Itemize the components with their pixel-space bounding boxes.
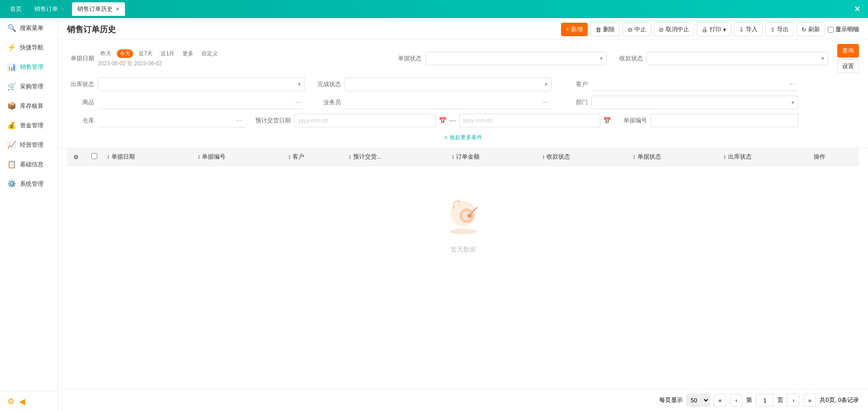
export-icon: ⇧ bbox=[770, 26, 775, 33]
th-amount[interactable]: ↕ 订单金额 bbox=[448, 148, 538, 166]
page-label-pre: 第 bbox=[746, 396, 752, 404]
th-operation: 操作 bbox=[810, 148, 859, 166]
date-filter: 昨天 今天 近7天 近1月 更多 自定义 2023-06-02 至 2023-0… bbox=[98, 49, 385, 68]
stop-button[interactable]: ⊘ 中止 bbox=[623, 23, 651, 36]
new-button[interactable]: + 新增 bbox=[561, 23, 588, 36]
salesperson-more-icon[interactable]: ··· bbox=[540, 98, 550, 106]
select-all-checkbox[interactable] bbox=[91, 153, 97, 159]
sidebar-item-operations[interactable]: 📈 经营管理 bbox=[0, 135, 58, 155]
per-page-label: 每页显示 bbox=[659, 396, 683, 404]
date-tab-more[interactable]: 更多 bbox=[180, 49, 196, 58]
goods-more-icon[interactable]: ··· bbox=[293, 98, 303, 106]
page-number-input[interactable] bbox=[756, 394, 774, 406]
sidebar-collapse-icon[interactable]: ◀ bbox=[19, 396, 25, 406]
inventory-icon: 📦 bbox=[7, 102, 16, 110]
salesperson-dropdown[interactable]: ··· bbox=[345, 96, 551, 109]
query-button[interactable]: 查询 bbox=[837, 44, 859, 58]
tab-sales-order-history[interactable]: 销售订单历史 ✕ bbox=[72, 2, 125, 16]
filter-row-2: 出库状态 ▾ 完成状态 ▾ 客户 bbox=[67, 77, 859, 91]
sidebar-item-quick-nav[interactable]: ⚡ 快捷导航 bbox=[0, 38, 58, 57]
date-tab-custom[interactable]: 自定义 bbox=[199, 49, 221, 58]
date-tab-1month[interactable]: 近1月 bbox=[158, 49, 177, 58]
customer-more-icon[interactable]: ··· bbox=[787, 80, 796, 88]
main-layout: 🔍 搜索菜单 ⚡ 快捷导航 📊 销售管理 🛒 采购管理 📦 库存核算 💰 资金管… bbox=[0, 18, 868, 411]
basic-info-icon: 📋 bbox=[7, 160, 16, 169]
sidebar-item-search-menu[interactable]: 🔍 搜索菜单 bbox=[0, 18, 58, 38]
calendar-start-icon[interactable]: 📅 bbox=[439, 117, 446, 124]
tab-sales-order[interactable]: 销售订单 ✕ bbox=[29, 2, 70, 16]
th-customer[interactable]: ↕ 客户 bbox=[284, 148, 345, 166]
refresh-button[interactable]: ↻ 刷新 bbox=[796, 23, 825, 36]
sidebar-settings-icon[interactable]: ⚙ bbox=[7, 396, 14, 406]
warehouse-field: 仓库 ··· bbox=[67, 114, 245, 127]
department-label: 部门 bbox=[561, 98, 588, 106]
expected-delivery-range: yyyy-mm-dd 📅 — yyyy-mm-dd 📅 bbox=[294, 114, 611, 127]
customer-dropdown[interactable]: ··· bbox=[591, 77, 798, 91]
empty-state: 暂无数据 bbox=[67, 166, 859, 281]
sidebar-item-purchase-mgmt[interactable]: 🛒 采购管理 bbox=[0, 77, 58, 96]
delivery-status-dropdown[interactable]: ▾ bbox=[98, 77, 305, 91]
print-button[interactable]: 🖨 打印 ▾ bbox=[697, 23, 731, 36]
last-page-button[interactable]: » bbox=[803, 394, 816, 406]
th-payment-status[interactable]: ↕ 收款状态 bbox=[538, 148, 629, 166]
display-detail-group: 显示明细 bbox=[828, 25, 859, 34]
sales-mgmt-icon: 📊 bbox=[7, 63, 16, 71]
warehouse-dropdown[interactable]: ··· bbox=[98, 114, 245, 127]
date-tab-yesterday[interactable]: 昨天 bbox=[98, 49, 114, 58]
calendar-end-icon[interactable]: 📅 bbox=[603, 117, 611, 124]
cancel-stop-button[interactable]: ⊘ 取消中止 bbox=[654, 23, 694, 36]
th-delivery-status[interactable]: ↕ 出库状态 bbox=[719, 148, 810, 166]
order-status-dropdown[interactable]: ▾ bbox=[425, 52, 607, 65]
finance-icon: 💰 bbox=[7, 121, 16, 130]
th-checkbox[interactable] bbox=[85, 148, 103, 166]
warehouse-more-icon[interactable]: ··· bbox=[234, 116, 243, 125]
payment-status-dropdown[interactable]: ▾ bbox=[647, 52, 828, 65]
complete-status-label: 完成状态 bbox=[314, 80, 341, 88]
complete-status-dropdown[interactable]: ▾ bbox=[345, 77, 551, 91]
department-field: 部门 ▾ bbox=[561, 96, 798, 109]
payment-status-label: 收款状态 bbox=[616, 54, 643, 63]
window-close-button[interactable]: ✕ bbox=[851, 4, 863, 14]
sidebar-item-finance[interactable]: 💰 资金管理 bbox=[0, 116, 58, 135]
close-sales-order-tab-icon[interactable]: ✕ bbox=[61, 6, 65, 12]
per-page-select[interactable]: 10 20 50 100 bbox=[686, 394, 710, 406]
tab-home[interactable]: 首页 bbox=[5, 2, 27, 16]
quick-nav-icon: ⚡ bbox=[7, 43, 16, 52]
sidebar-item-inventory[interactable]: 📦 库存核算 bbox=[0, 96, 58, 116]
filter-area: 单据日期 昨天 今天 近7天 近1月 更多 自定义 2023-06-02 至 2… bbox=[58, 39, 868, 148]
prev-page-button[interactable]: ‹ bbox=[730, 394, 743, 406]
date-tab-today[interactable]: 今天 bbox=[117, 49, 133, 58]
expected-delivery-end-input[interactable]: yyyy-mm-dd bbox=[459, 114, 601, 127]
import-button[interactable]: ⇩ 导入 bbox=[734, 23, 762, 36]
display-detail-checkbox[interactable] bbox=[828, 27, 834, 33]
payment-status-dropdown-arrow-icon: ▾ bbox=[821, 55, 824, 62]
next-page-button[interactable]: › bbox=[787, 394, 800, 406]
th-expected-delivery[interactable]: ↕ 预计交货... bbox=[345, 148, 448, 166]
th-number[interactable]: ↕ 单据编号 bbox=[194, 148, 284, 166]
order-number-input[interactable] bbox=[651, 114, 798, 127]
sidebar-item-sales-mgmt[interactable]: 📊 销售管理 bbox=[0, 57, 58, 77]
th-settings[interactable]: ⚙ bbox=[67, 148, 85, 166]
delete-button[interactable]: 🗑 🗑 删除 删除 bbox=[590, 23, 620, 36]
department-dropdown[interactable]: ▾ bbox=[591, 96, 798, 109]
close-history-tab-icon[interactable]: ✕ bbox=[115, 6, 120, 12]
sidebar-item-basic-info[interactable]: 📋 基础信息 bbox=[0, 155, 58, 174]
th-order-status[interactable]: ↕ 单据状态 bbox=[629, 148, 719, 166]
goods-dropdown[interactable]: ··· bbox=[98, 96, 305, 109]
pagination: 每页显示 10 20 50 100 « ‹ 第 页 › » 共0页, 0条记录 bbox=[58, 389, 868, 411]
import-icon: ⇩ bbox=[739, 26, 744, 33]
expected-delivery-start-input[interactable]: yyyy-mm-dd bbox=[294, 114, 436, 127]
goods-field: 商品 ··· bbox=[67, 96, 305, 109]
date-tab-7days[interactable]: 近7天 bbox=[136, 49, 155, 58]
settings-button[interactable]: 设置 bbox=[837, 59, 859, 73]
first-page-button[interactable]: « bbox=[714, 394, 726, 406]
data-table: ⚙ ↕ 单据日期 ↕ 单据编号 bbox=[67, 148, 859, 166]
sidebar-item-system[interactable]: ⚙️ 系统管理 bbox=[0, 174, 58, 193]
export-button[interactable]: ⇧ 导出 bbox=[765, 23, 794, 36]
delivery-status-label: 出库状态 bbox=[67, 80, 94, 88]
collapse-row[interactable]: ∧ 收起更多条件 bbox=[67, 132, 859, 143]
th-date[interactable]: ↕ 单据日期 bbox=[103, 148, 194, 166]
settings-gear-icon[interactable]: ⚙ bbox=[73, 154, 79, 160]
stop-icon: ⊘ bbox=[628, 26, 633, 33]
query-settings-group: 查询 设置 bbox=[837, 44, 859, 73]
